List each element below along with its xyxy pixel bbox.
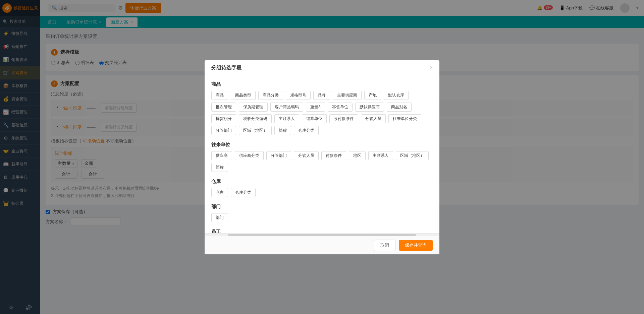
field-tag-2-0[interactable]: 仓库 (211, 188, 228, 197)
field-tag-0-3[interactable]: 规格型号 (286, 91, 311, 100)
field-tag-0-9[interactable]: 保质期管理 (239, 103, 268, 112)
field-tags-0: 商品商品类型商品分类规格型号品牌主要供应商产地默认仓库批次管理保质期管理客户商品… (211, 91, 433, 135)
field-group-title-2: 仓库 (211, 179, 433, 185)
field-tag-0-6[interactable]: 产地 (364, 91, 381, 100)
field-tag-0-15[interactable]: 拣货积分 (211, 114, 236, 123)
modal-body: 商品商品商品类型商品分类规格型号品牌主要供应商产地默认仓库批次管理保质期管理客户… (205, 76, 439, 233)
field-tag-0-7[interactable]: 默认仓库 (384, 91, 409, 100)
field-tag-0-2[interactable]: 商品分类 (258, 91, 283, 100)
modal-title: 分组待选字段 (211, 65, 241, 71)
field-tags-3: 部门 (211, 213, 433, 222)
field-tag-0-8[interactable]: 批次管理 (211, 103, 236, 112)
scrollbar-thumb (228, 234, 416, 236)
field-tag-2-1[interactable]: 仓库分类 (231, 188, 256, 197)
field-tag-0-18[interactable]: 结算单位 (302, 114, 327, 123)
field-group-0: 商品商品商品类型商品分类规格型号品牌主要供应商产地默认仓库批次管理保质期管理客户… (211, 81, 433, 135)
field-tag-0-24[interactable]: 简称 (274, 126, 291, 135)
field-tag-0-10[interactable]: 客户商品编码 (270, 103, 303, 112)
field-group-title-1: 往来单位 (211, 142, 433, 148)
save-query-button[interactable]: 保存并查询 (399, 240, 433, 251)
field-tag-1-5[interactable]: 地区 (349, 151, 366, 160)
field-tag-0-1[interactable]: 商品类型 (231, 91, 256, 100)
field-tag-1-4[interactable]: 付款条件 (321, 151, 346, 160)
field-tags-1: 供应商供应商分类分管部门分管人员付款条件地区主联系人区域（地区）简称 (211, 151, 433, 172)
field-tag-0-0[interactable]: 商品 (211, 91, 228, 100)
field-tag-1-7[interactable]: 区域（地区） (396, 151, 429, 160)
field-tag-0-14[interactable]: 商品别名 (387, 103, 412, 112)
field-tag-0-4[interactable]: 品牌 (313, 91, 330, 100)
field-group-2: 仓库仓库仓库分类 (211, 179, 433, 197)
field-tag-0-16[interactable]: 税收分类编码 (239, 114, 272, 123)
field-tag-1-8[interactable]: 简称 (211, 163, 228, 172)
field-tag-3-0[interactable]: 部门 (211, 213, 228, 222)
field-tag-1-0[interactable]: 供应商 (211, 151, 232, 160)
field-tag-0-25[interactable]: 仓库分类 (294, 126, 319, 135)
field-tag-1-3[interactable]: 分管人员 (294, 151, 319, 160)
field-tag-1-1[interactable]: 供应商分类 (235, 151, 264, 160)
field-tag-1-6[interactable]: 主联系人 (368, 151, 393, 160)
field-tag-0-17[interactable]: 主联系人 (274, 114, 299, 123)
field-tag-0-22[interactable]: 分管部门 (211, 126, 236, 135)
field-tags-2: 仓库仓库分类 (211, 188, 433, 197)
field-tag-0-11[interactable]: 重量3 (306, 103, 325, 112)
modal-overlay: 分组待选字段 × 商品商品商品类型商品分类规格型号品牌主要供应商产地默认仓库批次… (0, 0, 644, 314)
modal-header: 分组待选字段 × (205, 60, 439, 76)
modal-footer: 取消 保存并查询 (205, 236, 439, 254)
field-tag-0-21[interactable]: 往来单位分类 (388, 114, 421, 123)
field-tag-0-20[interactable]: 分管人员 (361, 114, 386, 123)
field-tag-0-23[interactable]: 区域（地区） (239, 126, 272, 135)
field-tag-1-2[interactable]: 分管部门 (266, 151, 291, 160)
field-group-title-4: 员工 (211, 229, 433, 233)
field-group-title-3: 部门 (211, 204, 433, 210)
field-tag-0-19[interactable]: 收付款条件 (329, 114, 358, 123)
field-tag-0-12[interactable]: 零售单位 (328, 103, 353, 112)
field-select-modal: 分组待选字段 × 商品商品商品类型商品分类规格型号品牌主要供应商产地默认仓库批次… (205, 60, 439, 254)
field-tag-0-5[interactable]: 主要供应商 (333, 91, 362, 100)
field-group-1: 往来单位供应商供应商分类分管部门分管人员付款条件地区主联系人区域（地区）简称 (211, 142, 433, 172)
field-group-title-0: 商品 (211, 81, 433, 87)
field-group-3: 部门部门 (211, 204, 433, 222)
horizontal-scrollbar[interactable] (205, 233, 439, 236)
modal-close-button[interactable]: × (430, 65, 433, 71)
cancel-button[interactable]: 取消 (374, 240, 395, 251)
field-tag-0-13[interactable]: 默认供应商 (355, 103, 384, 112)
field-group-4: 员工业务员 (211, 229, 433, 233)
